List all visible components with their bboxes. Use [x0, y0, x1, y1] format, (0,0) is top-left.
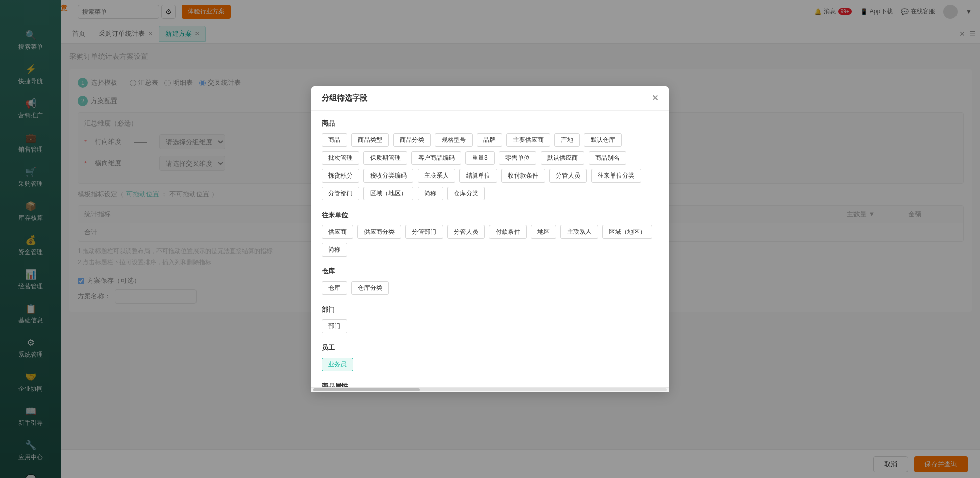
field-tag[interactable]: 收付款条件	[501, 169, 545, 183]
section-goods-fields: 商品 商品类型 商品分类 规格型号 品牌 主要供应商 产地 默认仓库 批次管理 …	[322, 133, 658, 200]
section-employee-title: 员工	[322, 343, 658, 353]
field-tag[interactable]: 规格型号	[435, 133, 473, 147]
field-tag[interactable]: 结算单位	[459, 169, 497, 183]
section-goods: 商品 商品 商品类型 商品分类 规格型号 品牌 主要供应商 产地 默认仓库 批次…	[322, 119, 658, 200]
field-tag[interactable]: 地区	[531, 225, 556, 239]
field-tag[interactable]: 默认仓库	[584, 133, 622, 147]
section-warehouse-fields: 仓库 仓库分类	[322, 281, 658, 295]
modal-header: 分组待选字段 ✕	[311, 86, 669, 111]
field-tag[interactable]: 分管部门	[405, 225, 443, 239]
field-tag[interactable]: 区域（地区）	[602, 225, 652, 239]
field-tag[interactable]: 仓库分类	[447, 187, 485, 200]
field-tag[interactable]: 部门	[322, 319, 347, 333]
field-tag[interactable]: 区域（地区）	[363, 187, 413, 200]
field-tag[interactable]: 品牌	[477, 133, 502, 147]
field-tag[interactable]: 仓库	[322, 281, 347, 295]
section-employee: 员工 业务员	[322, 343, 658, 371]
section-goods-attr-title: 商品属性	[322, 382, 658, 387]
field-tag[interactable]: 产地	[554, 133, 580, 147]
section-employee-fields: 业务员	[322, 358, 658, 371]
field-tag[interactable]: 商品类型	[351, 133, 389, 147]
section-goods-attr: 商品属性 属性 颜色 多规格 尺码 鞋码 1	[322, 382, 658, 387]
field-tag[interactable]: 供应商分类	[357, 225, 401, 239]
modal-close-button[interactable]: ✕	[652, 93, 658, 103]
section-counterpart-title: 往来单位	[322, 211, 658, 220]
field-tag[interactable]: 拣货积分	[322, 169, 359, 183]
field-tag[interactable]: 主要供应商	[506, 133, 550, 147]
field-tag[interactable]: 默认供应商	[541, 151, 584, 165]
section-counterpart: 往来单位 供应商 供应商分类 分管部门 分管人员 付款条件 地区 主联系人 区域…	[322, 211, 658, 257]
field-tag[interactable]: 供应商	[322, 225, 353, 239]
field-tag[interactable]: 重量3	[465, 151, 495, 165]
modal-dialog: 分组待选字段 ✕ 商品 商品 商品类型 商品分类 规格型号 品牌 主要供应商 产…	[311, 86, 669, 392]
field-tag[interactable]: 商品分类	[393, 133, 431, 147]
field-tag-selected[interactable]: 业务员	[322, 358, 353, 371]
field-tag[interactable]: 分管部门	[322, 187, 359, 200]
field-tag[interactable]: 税收分类编码	[363, 169, 413, 183]
hscroll-thumb	[313, 388, 420, 391]
field-tag[interactable]: 客户商品编码	[411, 151, 461, 165]
section-goods-title: 商品	[322, 119, 658, 128]
field-tag[interactable]: 简称	[418, 187, 443, 200]
section-department: 部门 部门	[322, 305, 658, 333]
field-tag[interactable]: 商品别名	[589, 151, 626, 165]
modal-body[interactable]: 商品 商品 商品类型 商品分类 规格型号 品牌 主要供应商 产地 默认仓库 批次…	[311, 111, 669, 387]
field-tag[interactable]: 零售单位	[499, 151, 536, 165]
hscroll-track	[313, 388, 667, 391]
field-tag[interactable]: 保质期管理	[363, 151, 407, 165]
field-tag[interactable]: 往来单位分类	[591, 169, 641, 183]
section-warehouse: 仓库 仓库 仓库分类	[322, 267, 658, 295]
field-tag[interactable]: 商品	[322, 133, 347, 147]
field-tag[interactable]: 仓库分类	[351, 281, 389, 295]
field-tag[interactable]: 付款条件	[489, 225, 527, 239]
modal-hscrollbar[interactable]	[311, 387, 669, 392]
section-counterpart-fields: 供应商 供应商分类 分管部门 分管人员 付款条件 地区 主联系人 区域（地区） …	[322, 225, 658, 257]
modal-title: 分组待选字段	[322, 93, 368, 103]
field-tag[interactable]: 分管人员	[549, 169, 587, 183]
field-tag[interactable]: 简称	[322, 243, 347, 257]
field-tag[interactable]: 主联系人	[418, 169, 455, 183]
section-department-fields: 部门	[322, 319, 658, 333]
field-tag[interactable]: 主联系人	[560, 225, 598, 239]
field-tag[interactable]: 批次管理	[322, 151, 359, 165]
field-tag[interactable]: 分管人员	[447, 225, 485, 239]
section-warehouse-title: 仓库	[322, 267, 658, 276]
section-department-title: 部门	[322, 305, 658, 314]
